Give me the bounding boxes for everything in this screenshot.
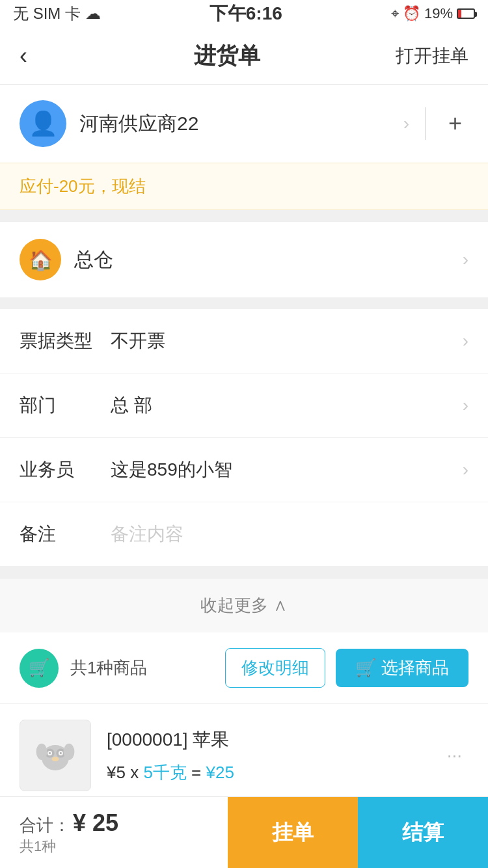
add-button[interactable]: + xyxy=(442,110,468,137)
collapse-bar[interactable]: 收起更多 ∧ xyxy=(0,578,488,632)
open-pending-button[interactable]: 打开挂单 xyxy=(396,44,468,68)
invoice-type-row[interactable]: 票据类型 不开票 › xyxy=(0,309,488,373)
product-info: [0000001] 苹果 ¥5 x 5千克 = ¥25 xyxy=(107,727,441,784)
invoice-type-value: 不开票 xyxy=(111,329,463,353)
status-time: 下午6:16 xyxy=(210,1,282,26)
chevron-right-icon: › xyxy=(463,395,468,416)
warehouse-section[interactable]: 🏠 总仓 › xyxy=(0,222,488,297)
qty-value: 5千克 xyxy=(143,763,186,782)
status-right: ⌖ ⏰ 19% xyxy=(391,5,475,22)
battery-icon xyxy=(457,8,475,19)
supplier-name: 河南供应商22 xyxy=(79,111,403,137)
chevron-right-icon: › xyxy=(463,459,468,480)
notice-bar: 应付-20元，现结 xyxy=(0,163,488,210)
department-label: 部门 xyxy=(20,393,111,418)
form-section: 票据类型 不开票 › 部门 总 部 › 业务员 这是859的小智 › 备注 备注… xyxy=(0,309,488,566)
location-icon: ⌖ xyxy=(391,5,399,22)
price-multiply: x xyxy=(130,763,143,782)
total-value: ¥25 xyxy=(206,763,234,782)
department-value: 总 部 xyxy=(111,393,463,418)
select-product-label: 选择商品 xyxy=(381,657,449,679)
edit-detail-button[interactable]: 修改明细 xyxy=(225,648,325,688)
alarm-icon: ⏰ xyxy=(403,5,420,22)
svg-point-6 xyxy=(60,752,62,754)
warehouse-row[interactable]: 🏠 总仓 › xyxy=(0,222,488,297)
product-name: [0000001] 苹果 xyxy=(107,727,441,752)
total-label: 合计： xyxy=(20,814,70,837)
select-product-icon: 🛒 xyxy=(355,658,376,678)
svg-point-5 xyxy=(49,752,51,754)
page-title: 进货单 xyxy=(194,41,260,71)
select-product-button[interactable]: 🛒 选择商品 xyxy=(336,649,468,687)
products-header: 🛒 共1种商品 修改明细 🛒 选择商品 xyxy=(0,632,488,704)
price-equals: = xyxy=(191,763,206,782)
products-section: 🛒 共1种商品 修改明细 🛒 选择商品 xyxy=(0,632,488,807)
warehouse-icon-wrap: 🏠 xyxy=(20,239,61,280)
invoice-type-label: 票据类型 xyxy=(20,329,111,353)
hang-button[interactable]: 挂单 xyxy=(228,797,358,869)
products-icon-wrap: 🛒 xyxy=(20,649,59,688)
price-value: ¥5 xyxy=(107,763,126,782)
chevron-right-icon: › xyxy=(403,113,409,134)
chevron-right-icon: › xyxy=(463,249,468,270)
nav-bar: ‹ 进货单 打开挂单 xyxy=(0,27,488,85)
supplier-row[interactable]: 👤 河南供应商22 › + xyxy=(0,85,488,163)
chevron-right-icon: › xyxy=(463,331,468,351)
total-amount: ¥ 25 xyxy=(73,809,118,837)
checkout-button[interactable]: 结算 xyxy=(358,797,488,869)
owl-logo xyxy=(33,733,78,778)
sim-status: 无 SIM 卡 ☁ xyxy=(13,3,101,24)
remark-placeholder[interactable]: 备注内容 xyxy=(111,522,468,547)
product-price: ¥5 x 5千克 = ¥25 xyxy=(107,761,441,784)
svg-point-9 xyxy=(64,744,75,760)
bottom-bar: 合计： ¥ 25 共1种 挂单 结算 xyxy=(0,796,488,868)
supplier-section: 👤 河南供应商22 › + 应付-20元，现结 xyxy=(0,85,488,210)
status-bar: 无 SIM 卡 ☁ 下午6:16 ⌖ ⏰ 19% xyxy=(0,0,488,27)
svg-point-7 xyxy=(51,757,59,761)
user-icon: 👤 xyxy=(29,110,58,137)
remark-label: 备注 xyxy=(20,522,111,547)
supplier-avatar: 👤 xyxy=(20,100,66,147)
products-count: 共1种商品 xyxy=(70,657,225,679)
salesperson-label: 业务员 xyxy=(20,457,111,482)
back-button[interactable]: ‹ xyxy=(20,42,59,70)
total-count: 共1种 xyxy=(20,837,208,856)
cart-icon: 🛒 xyxy=(29,658,49,678)
remark-row[interactable]: 备注 备注内容 xyxy=(0,502,488,566)
total-section: 合计： ¥ 25 共1种 xyxy=(0,809,228,856)
more-button[interactable]: ··· xyxy=(441,739,468,772)
battery-level: 19% xyxy=(424,5,453,22)
salesperson-row[interactable]: 业务员 这是859的小智 › xyxy=(0,438,488,502)
status-left: 无 SIM 卡 ☁ xyxy=(13,3,101,24)
warehouse-icon: 🏠 xyxy=(29,249,53,271)
product-item: [0000001] 苹果 ¥5 x 5千克 = ¥25 ··· xyxy=(0,704,488,807)
department-row[interactable]: 部门 总 部 › xyxy=(0,373,488,438)
salesperson-value: 这是859的小智 xyxy=(111,457,463,482)
divider xyxy=(425,107,426,140)
product-thumbnail xyxy=(20,720,91,791)
svg-point-8 xyxy=(36,744,47,760)
warehouse-name: 总仓 xyxy=(74,247,463,273)
